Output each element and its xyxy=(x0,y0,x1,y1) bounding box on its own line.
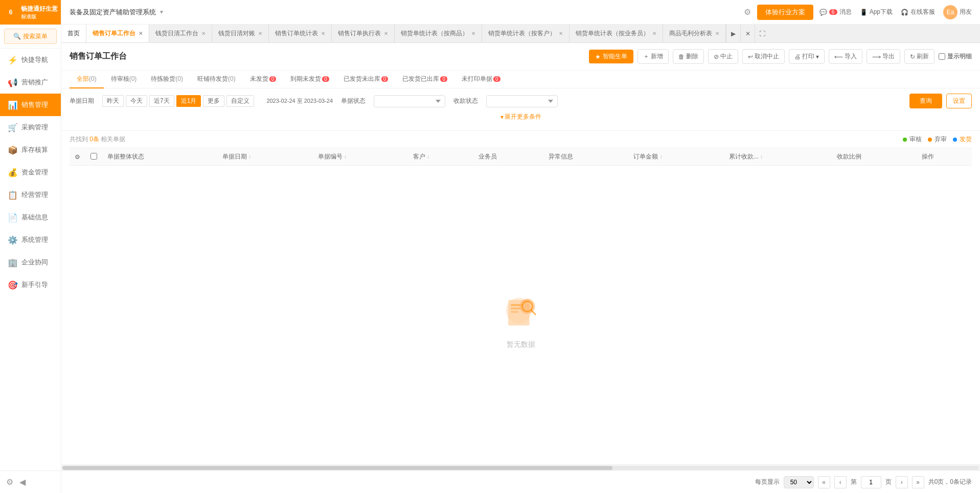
sidebar-item-inventory[interactable]: 📦 库存核算 xyxy=(0,139,61,161)
tab-cash-reconcile[interactable]: 钱货日清对账 ✕ xyxy=(212,25,269,43)
user-menu-button[interactable]: Ea 用友 xyxy=(943,5,972,19)
online-service-button[interactable]: 🎧 在线客服 xyxy=(901,8,935,16)
sub-tab-shipped-not-out[interactable]: 已发货未出库0 xyxy=(336,71,396,88)
tab-sales-stat[interactable]: 销售订单统计表 ✕ xyxy=(269,25,332,43)
sub-tab-all[interactable]: 全部(0) xyxy=(70,71,104,88)
col-settings[interactable]: ⚙ xyxy=(70,148,85,166)
sidebar-settings-button[interactable]: ⚙ xyxy=(6,477,13,487)
tab-sales-stat-product[interactable]: 销货单统计表（按商品） ✕ xyxy=(395,25,482,43)
sidebar-collapse-button[interactable]: ◀ xyxy=(19,477,26,487)
sub-tab-overdue[interactable]: 到期未发货0 xyxy=(283,71,336,88)
col-date[interactable]: 单据日期 xyxy=(217,148,313,166)
query-button[interactable]: 查询 xyxy=(909,94,942,108)
prev-page-button[interactable]: ‹ xyxy=(834,476,847,488)
add-button[interactable]: ＋ 新增 xyxy=(637,49,669,64)
tab-home[interactable]: 首页 xyxy=(61,25,86,43)
col-amount[interactable]: 订单金额 xyxy=(628,148,724,166)
industry-solution-button[interactable]: 体验行业方案 xyxy=(757,5,813,20)
delete-button[interactable]: 🗑 删除 xyxy=(673,49,704,64)
tab-sales-stat-staff[interactable]: 销货单统计表（按业务员） ✕ xyxy=(569,25,663,43)
tab-expand[interactable]: ⛶ xyxy=(755,25,769,43)
payment-status-select[interactable] xyxy=(486,95,558,107)
sidebar-item-enterprise[interactable]: 🏢 企业协同 xyxy=(0,251,61,274)
show-detail-checkbox[interactable] xyxy=(939,53,945,60)
sidebar-item-quick-nav[interactable]: ⚡ 快捷导航 xyxy=(0,49,61,71)
tab-cash-daily-close[interactable]: ✕ xyxy=(201,31,206,36)
tab-sales-stat-close[interactable]: ✕ xyxy=(321,31,325,36)
plus-icon: ＋ xyxy=(643,52,649,61)
last-page-button[interactable]: » xyxy=(912,476,924,488)
refresh-button[interactable]: ↻ 刷新 xyxy=(904,49,935,64)
sidebar-item-purchase[interactable]: 🛒 采购管理 xyxy=(0,116,61,139)
tab-cash-reconcile-close[interactable]: ✕ xyxy=(258,31,262,36)
tab-sales-stat-staff-close[interactable]: ✕ xyxy=(652,31,656,36)
col-number[interactable]: 单据编号 xyxy=(313,148,408,166)
tab-cash-daily[interactable]: 钱货日清工作台 ✕ xyxy=(149,25,212,43)
tab-sales-workbench[interactable]: 销售订单工作台 ✕ xyxy=(86,25,149,43)
app-download-button[interactable]: 📱 App下载 xyxy=(860,8,893,16)
sub-tab-pending-review[interactable]: 待审核(0) xyxy=(104,71,144,88)
sidebar-item-basic-info[interactable]: 📄 基础信息 xyxy=(0,206,61,229)
settings-gear-icon[interactable]: ⚙ xyxy=(744,7,751,17)
header-right-actions: 💬 6 消息 📱 App下载 🎧 在线客服 Ea 用友 xyxy=(819,5,972,19)
import-button[interactable]: ⟵ 导入 xyxy=(829,49,862,64)
set-button[interactable]: 设置 xyxy=(946,94,972,108)
date-today-button[interactable]: 今天 xyxy=(126,95,147,107)
col-received[interactable]: 累计收款... xyxy=(724,148,832,166)
refresh-icon: ↻ xyxy=(910,53,915,60)
show-detail-label[interactable]: 显示明细 xyxy=(939,52,972,61)
search-menu-button[interactable]: 🔍 搜索菜单 xyxy=(4,29,57,44)
operations-icon: 📋 xyxy=(8,190,17,199)
stop-button[interactable]: ⊘ 中止 xyxy=(708,49,738,64)
export-button[interactable]: ⟶ 导出 xyxy=(867,49,900,64)
page-number-input[interactable] xyxy=(861,476,881,488)
date-more-button[interactable]: 更多 xyxy=(203,95,224,107)
tab-gross-margin-close[interactable]: ✕ xyxy=(715,31,719,36)
cancel-stop-button[interactable]: ↩ 取消中止 xyxy=(742,49,785,64)
tab-sales-exec-close[interactable]: ✕ xyxy=(384,31,388,36)
tab-sales-exec[interactable]: 销售订单执行表 ✕ xyxy=(332,25,395,43)
date-last7-button[interactable]: 近7天 xyxy=(149,95,174,107)
tab-sales-stat-product-close[interactable]: ✕ xyxy=(471,31,475,36)
page-size-select[interactable]: 50 100 200 xyxy=(784,476,814,488)
print-button[interactable]: 🖨 打印 ▾ xyxy=(789,49,825,64)
sidebar-item-operations[interactable]: 📋 经营管理 xyxy=(0,184,61,206)
smart-generate-button[interactable]: ★ 智能生单 xyxy=(589,50,633,63)
tab-sales-workbench-close[interactable]: ✕ xyxy=(139,31,143,36)
tab-sales-stat-customer[interactable]: 销货单统计表（按客户） ✕ xyxy=(482,25,569,43)
sub-tab-pending-check[interactable]: 待拣验货(0) xyxy=(144,71,190,88)
cancel-review-action-button[interactable]: 弃审 xyxy=(928,135,947,144)
svg-rect-6 xyxy=(511,311,518,312)
date-custom-button[interactable]: 自定义 xyxy=(226,95,254,107)
ship-action-button[interactable]: 发货 xyxy=(953,135,972,144)
date-last1month-button[interactable]: 近1月 xyxy=(176,95,201,107)
tab-close-all[interactable]: ✕ xyxy=(740,25,755,43)
empty-state: 暂无数据 xyxy=(70,166,972,464)
review-action-button[interactable]: 审核 xyxy=(903,135,922,144)
sidebar-item-finance[interactable]: 💰 资金管理 xyxy=(0,161,61,184)
expand-filter-button[interactable]: ▾ 展开更多条件 xyxy=(500,113,541,121)
sidebar-item-marketing[interactable]: 📢 营销推广 xyxy=(0,71,61,94)
sidebar-item-guide[interactable]: 🎯 新手引导 xyxy=(0,274,61,296)
sub-tab-wangpu[interactable]: 旺铺待发货(0) xyxy=(190,71,243,88)
sub-tab-not-shipped[interactable]: 未发货0 xyxy=(243,71,284,88)
sub-tab-shipped-out[interactable]: 已发货已出库0 xyxy=(395,71,454,88)
horizontal-scrollbar[interactable] xyxy=(61,464,980,470)
tab-scroll-right[interactable]: ▶ xyxy=(726,25,740,43)
first-page-button[interactable]: « xyxy=(818,476,830,488)
scrollbar-track[interactable] xyxy=(62,466,979,470)
system-dropdown-icon[interactable]: ▼ xyxy=(159,9,164,15)
sub-tab-not-printed[interactable]: 未打印单据0 xyxy=(454,71,508,88)
scrollbar-thumb[interactable] xyxy=(62,466,612,470)
col-customer[interactable]: 客户 xyxy=(408,148,473,166)
message-button[interactable]: 💬 6 消息 xyxy=(819,8,852,16)
sidebar-item-system[interactable]: ⚙️ 系统管理 xyxy=(0,229,61,251)
select-all-checkbox[interactable] xyxy=(90,153,97,160)
message-icon: 💬 xyxy=(819,9,827,16)
tab-sales-stat-customer-close[interactable]: ✕ xyxy=(559,31,563,36)
date-yesterday-button[interactable]: 昨天 xyxy=(102,95,124,107)
next-page-button[interactable]: › xyxy=(896,476,908,488)
doc-status-select[interactable] xyxy=(374,95,445,107)
sidebar-item-sales[interactable]: 📊 销售管理 xyxy=(0,94,61,116)
tab-gross-margin[interactable]: 商品毛利分析表 ✕ xyxy=(663,25,726,43)
